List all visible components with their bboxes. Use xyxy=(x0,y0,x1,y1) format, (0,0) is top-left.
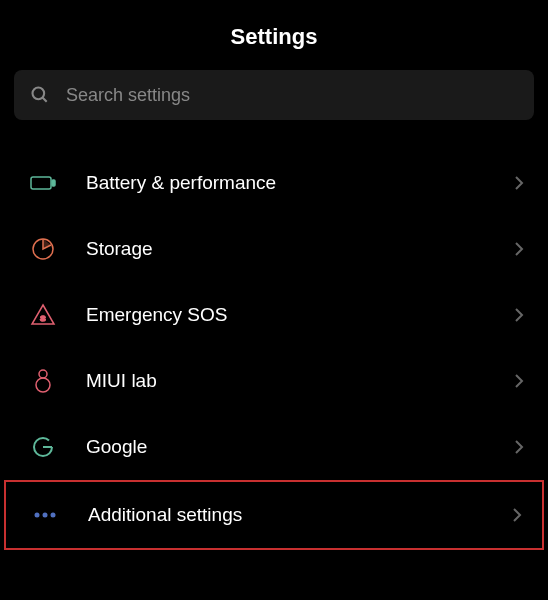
chevron-right-icon xyxy=(514,439,524,455)
svg-point-10 xyxy=(43,513,48,518)
lab-icon xyxy=(30,368,56,394)
page-title: Settings xyxy=(0,24,548,50)
svg-point-0 xyxy=(33,88,45,100)
chevron-right-icon xyxy=(514,175,524,191)
google-icon xyxy=(30,434,56,460)
chevron-right-icon xyxy=(514,373,524,389)
svg-rect-3 xyxy=(52,180,55,186)
settings-item-storage[interactable]: Storage xyxy=(0,216,548,282)
chevron-right-icon xyxy=(514,241,524,257)
battery-icon xyxy=(30,170,56,196)
item-label: Emergency SOS xyxy=(86,304,514,326)
chevron-right-icon xyxy=(512,507,522,523)
item-label: Additional settings xyxy=(88,504,512,526)
chevron-right-icon xyxy=(514,307,524,323)
more-icon xyxy=(32,502,58,528)
item-label: MIUI lab xyxy=(86,370,514,392)
item-label: Storage xyxy=(86,238,514,260)
search-bar[interactable]: Search settings xyxy=(14,70,534,120)
settings-item-google[interactable]: Google xyxy=(0,414,548,480)
svg-line-1 xyxy=(43,98,47,102)
svg-point-11 xyxy=(51,513,56,518)
settings-item-battery[interactable]: Battery & performance xyxy=(0,150,548,216)
svg-rect-2 xyxy=(31,177,51,189)
settings-item-miui-lab[interactable]: MIUI lab xyxy=(0,348,548,414)
svg-point-9 xyxy=(35,513,40,518)
search-icon xyxy=(30,85,50,105)
svg-text:S: S xyxy=(40,314,46,323)
svg-point-7 xyxy=(36,378,50,392)
emergency-icon: S xyxy=(30,302,56,328)
settings-item-emergency[interactable]: S Emergency SOS xyxy=(0,282,548,348)
settings-item-additional[interactable]: Additional settings xyxy=(4,480,544,550)
settings-list: Battery & performance Storage S xyxy=(0,150,548,550)
header: Settings xyxy=(0,0,548,70)
search-placeholder: Search settings xyxy=(66,85,190,106)
svg-point-6 xyxy=(39,370,47,378)
item-label: Google xyxy=(86,436,514,458)
item-label: Battery & performance xyxy=(86,172,514,194)
storage-icon xyxy=(30,236,56,262)
